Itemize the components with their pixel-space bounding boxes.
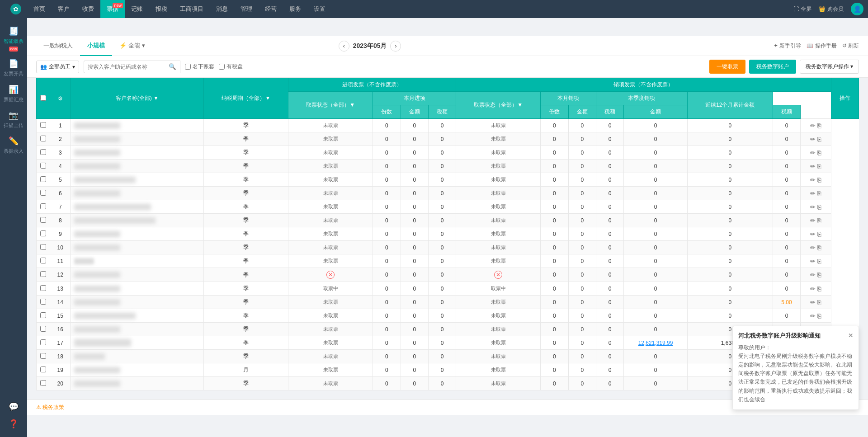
nav-right: ⛶ 全屏 👑 购会员 👤 [793, 3, 863, 15]
copy-btn[interactable]: ⎘ [817, 299, 821, 306]
copy-btn[interactable]: ⎘ [817, 271, 821, 278]
logo[interactable]: ✿ [5, 3, 27, 15]
sidebar-item-chat[interactable]: 💬 [0, 398, 27, 415]
manual-btn[interactable]: 📖 操作手册 [807, 42, 836, 50]
nav-home[interactable]: 首页 [27, 0, 52, 18]
copy-btn[interactable]: ⎘ [817, 122, 821, 129]
tax-digital-account-btn[interactable]: 税务数字账户 [749, 60, 796, 74]
row-in-amount: 0 [401, 309, 428, 323]
edit-btn[interactable]: ✏ [810, 244, 816, 251]
sidebar-item-help[interactable]: ❓ [0, 415, 27, 432]
tax-digital-account-ops-btn[interactable]: 税务数字账户操作 ▾ [800, 60, 859, 74]
edit-btn[interactable]: ✏ [810, 163, 816, 170]
row-checkbox[interactable] [40, 203, 46, 209]
row-checkbox[interactable] [40, 244, 46, 250]
row-checkbox[interactable] [40, 163, 46, 169]
nav-manage[interactable]: 管理 [234, 0, 259, 18]
nav-business[interactable]: 工商项目 [174, 0, 210, 18]
tab-small-scale[interactable]: 小规模 [80, 36, 112, 56]
tab-general-taxpayer[interactable]: 一般纳税人 [36, 36, 80, 56]
nav-invoice[interactable]: 票据 new [100, 0, 125, 18]
edit-btn[interactable]: ✏ [810, 136, 816, 143]
row-checkbox[interactable] [40, 136, 46, 141]
popup-close-btn[interactable]: ✕ [848, 332, 853, 339]
nav-service[interactable]: 服务 [283, 0, 307, 18]
select-all-checkbox[interactable] [40, 95, 46, 101]
edit-btn[interactable]: ✏ [810, 176, 816, 183]
vip-btn[interactable]: 👑 购会员 [819, 5, 844, 13]
sidebar-item-invoice-summary[interactable]: 📊 票据汇总 [0, 81, 27, 107]
my-accounts-checkbox[interactable] [185, 64, 191, 70]
row-checkbox[interactable] [40, 312, 46, 318]
copy-btn[interactable]: ⎘ [817, 258, 821, 265]
row-checkbox[interactable] [40, 299, 46, 305]
refresh-btn[interactable]: ↺ 刷新 [842, 42, 859, 50]
sidebar-item-scan-upload[interactable]: 📷 扫描上传 [0, 107, 27, 132]
copy-btn[interactable]: ⎘ [817, 163, 821, 170]
nav-account[interactable]: 记账 [125, 0, 149, 18]
date-prev-btn[interactable]: ‹ [339, 41, 349, 52]
row-checkbox[interactable] [40, 353, 46, 359]
edit-btn[interactable]: ✏ [810, 190, 816, 197]
has-taxpad-checkbox[interactable] [219, 64, 225, 70]
th-quarter-tax: 税额 [773, 105, 800, 119]
edit-btn[interactable]: ✏ [810, 230, 816, 238]
edit-btn[interactable]: ✏ [810, 217, 816, 224]
edit-btn[interactable]: ✏ [810, 285, 816, 292]
edit-btn[interactable]: ✏ [810, 258, 816, 265]
nav-setting[interactable]: 设置 [307, 0, 332, 18]
edit-btn[interactable]: ✏ [810, 299, 816, 306]
row-checkbox[interactable] [40, 367, 46, 372]
nav-message[interactable]: 消息 [210, 0, 234, 18]
row-checkbox[interactable] [40, 149, 46, 155]
fullscreen-btn[interactable]: ⛶ 全屏 [793, 5, 811, 13]
edit-btn[interactable]: ✏ [810, 312, 816, 320]
copy-btn[interactable]: ⎘ [817, 149, 821, 156]
nav-tax[interactable]: 报税 [149, 0, 174, 18]
employee-filter[interactable]: 👥 全部员工 ▾ [36, 61, 79, 73]
nav-operation[interactable]: 经营 [259, 0, 283, 18]
date-next-btn[interactable]: › [390, 41, 401, 52]
in-status-badge: 未取票 [323, 258, 338, 263]
copy-btn[interactable]: ⎘ [817, 136, 821, 143]
row-checkbox[interactable] [40, 271, 46, 277]
copy-btn[interactable]: ⎘ [817, 230, 821, 238]
edit-btn[interactable]: ✏ [810, 203, 816, 211]
row-checkbox[interactable] [40, 230, 46, 236]
new-guide-btn[interactable]: ✦ 新手引导 [774, 42, 801, 50]
row-checkbox[interactable] [40, 122, 46, 128]
copy-btn[interactable]: ⎘ [817, 217, 821, 224]
copy-btn[interactable]: ⎘ [817, 312, 821, 320]
tab-all[interactable]: ⚡ 全能 ▾ [112, 36, 152, 56]
copy-btn[interactable]: ⎘ [817, 176, 821, 183]
user-avatar[interactable]: 👤 [851, 3, 863, 15]
nav-client[interactable]: 客户 [52, 0, 76, 18]
search-input[interactable] [84, 61, 165, 73]
quick-invoice-btn[interactable]: 一键取票 [709, 60, 745, 74]
copy-btn[interactable]: ⎘ [817, 285, 821, 292]
row-checkbox[interactable] [40, 176, 46, 182]
copy-btn[interactable]: ⎘ [817, 203, 821, 211]
row-checkbox[interactable] [40, 339, 46, 345]
row-checkbox[interactable] [40, 326, 46, 332]
edit-btn[interactable]: ✏ [810, 122, 816, 129]
sidebar-item-open-invoice[interactable]: 📄 发票开具 [0, 55, 27, 81]
has-taxpad-checkbox-label[interactable]: 有税盘 [219, 63, 243, 70]
search-button[interactable]: 🔍 [165, 61, 180, 73]
sidebar-item-invoice-entry[interactable]: ✏️ 票据录入 [0, 132, 27, 158]
sidebar-item-smart-invoice[interactable]: 🧾 智能取票 new [0, 23, 27, 55]
row-checkbox[interactable] [40, 190, 46, 196]
row-checkbox[interactable] [40, 258, 46, 263]
row-checkbox[interactable] [40, 285, 46, 291]
copy-btn[interactable]: ⎘ [817, 244, 821, 251]
tax-policy-link[interactable]: ⚠ 税务政策 [36, 404, 64, 411]
my-accounts-checkbox-label[interactable]: 名下账套 [185, 63, 214, 70]
row-checkbox[interactable] [40, 380, 46, 386]
nav-fee[interactable]: 收费 [76, 0, 100, 18]
row-out-amount: 0 [568, 173, 596, 187]
edit-btn[interactable]: ✏ [810, 149, 816, 156]
copy-btn[interactable]: ⎘ [817, 190, 821, 197]
row-checkbox[interactable] [40, 217, 46, 223]
edit-btn[interactable]: ✏ [810, 271, 816, 278]
quarter-amount-link[interactable]: 12,621,319.99 [638, 340, 673, 346]
